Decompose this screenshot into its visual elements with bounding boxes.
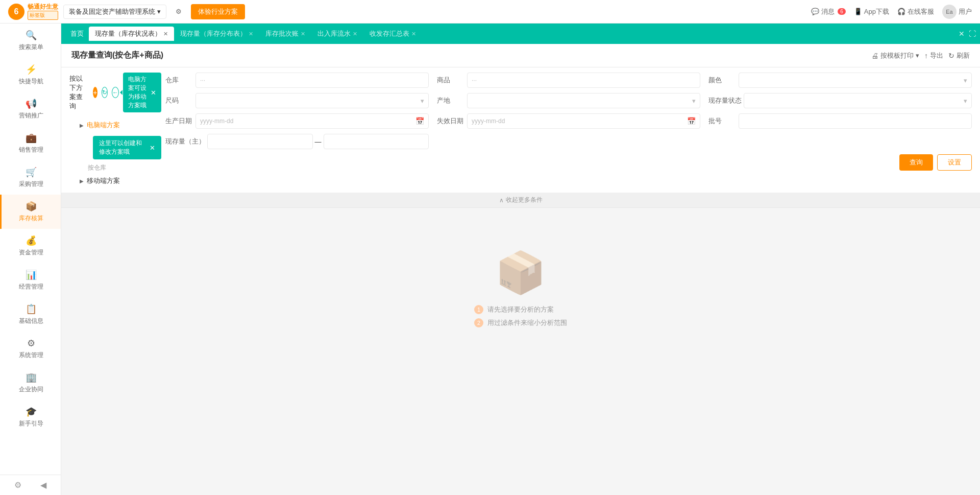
produce-date-input[interactable]: yyyy-mm-dd 📅 (195, 113, 429, 129)
color-select[interactable]: ▾ (739, 73, 972, 88)
collapse-label: 收起更多条件 (506, 196, 543, 204)
header-left: 6 畅通好生意 标签版 装备及固定资产辅助管理系统 ▾ ⚙ 体验行业方案 (8, 3, 245, 20)
tab-close-summary[interactable]: ✕ (411, 31, 416, 37)
sidebar-item-inventory[interactable]: 📦 库存核算 (0, 195, 61, 229)
filter-back-button[interactable]: ← (112, 87, 119, 98)
sidebar-item-search-menu[interactable]: 🔍 搜索菜单 (0, 23, 61, 58)
sidebar-item-label: 基础信息 (19, 317, 43, 325)
message-badge: 6 (838, 8, 846, 15)
sidebar-item-label: 资金管理 (19, 248, 43, 257)
filter-add-button[interactable]: + (93, 87, 97, 98)
content-area: 首页 现存量（库存状况表） ✕ 现存量（库存分布表） ✕ 库存批次账 ✕ 出入库… (61, 23, 980, 495)
expire-date-field: 失效日期 yyyy-mm-dd 📅 (437, 113, 700, 129)
scheme-tree: ▶ 电脑端方案 这里可以创建和修改方案哦 ✕ 按仓 (69, 119, 161, 187)
calendar-icon[interactable]: 📅 (415, 117, 424, 125)
origin-select[interactable]: ▾ (467, 93, 700, 108)
collapse-up-icon: ∧ (499, 197, 504, 204)
sidebar-item-system[interactable]: ⚙ 系统管理 (0, 332, 61, 366)
sidebar-item-basic[interactable]: 📋 基础信息 (0, 297, 61, 332)
sidebar-item-quick-nav[interactable]: ⚡ 快捷导航 (0, 58, 61, 92)
tooltip-close-button[interactable]: ✕ (151, 89, 156, 97)
sidebar-item-finance[interactable]: 💰 资金管理 (0, 229, 61, 263)
empty-tips: 1 请先选择要分析的方案 2 用过滤条件来缩小分析范围 (474, 305, 567, 327)
expire-date-placeholder: yyyy-mm-dd (472, 117, 505, 125)
sidebar-item-label: 库存核算 (19, 214, 43, 223)
tab-close-inout[interactable]: ✕ (353, 31, 357, 37)
tab-stock-dist[interactable]: 现存量（库存分布表） ✕ (174, 27, 259, 41)
online-service-action[interactable]: 🎧 在线客服 (897, 7, 934, 16)
size-select[interactable]: ▾ (195, 93, 429, 108)
scheme-node-pc[interactable]: ▶ 电脑端方案 (80, 119, 161, 132)
settings-button[interactable]: ⚙ (172, 5, 186, 19)
tab-close-batch[interactable]: ✕ (301, 31, 305, 37)
message-label: 消息 (821, 7, 835, 16)
filter-top: 按以下方案查询 + ↻ ← 电脑方案可设为移动方案哦 ✕ (61, 67, 980, 193)
logo-area: 6 畅通好生意 标签版 (8, 3, 58, 20)
tooltip-scheme-edit: 这里可以创建和修改方案哦 ✕ (93, 136, 161, 159)
scheme-node-mobile[interactable]: ▶ 移动端方案 (80, 174, 161, 187)
tab-batch[interactable]: 库存批次账 ✕ (259, 27, 311, 41)
user-action[interactable]: Ea 用户 (942, 5, 972, 19)
tab-home[interactable]: 首页 (65, 29, 89, 38)
sidebar-item-guide[interactable]: 🎓 新手引导 (0, 400, 61, 434)
sidebar-item-label: 采购管理 (19, 180, 43, 188)
purchase-icon: 🛒 (26, 167, 37, 178)
operations-icon: 📊 (26, 269, 37, 280)
sales-icon: 💼 (26, 132, 37, 144)
tab-inout[interactable]: 出入库流水 ✕ (311, 27, 363, 41)
size-field: 尺码 ▾ (165, 93, 429, 108)
tip-num-2: 2 (474, 318, 483, 327)
goods-input[interactable]: ··· (467, 73, 700, 88)
page-title-bar: 现存量查询(按仓库+商品) 🖨 按模板打印 ▾ ↑ 导出 ↻ 刷新 (61, 44, 980, 67)
search-button[interactable]: 查询 (899, 154, 933, 171)
refresh-button[interactable]: ↻ 刷新 (948, 51, 970, 60)
top-header: 6 畅通好生意 标签版 装备及固定资产辅助管理系统 ▾ ⚙ 体验行业方案 💬 消… (0, 0, 980, 23)
warehouse-input[interactable]: ··· (195, 73, 429, 88)
sidebar-item-marketing[interactable]: 📢 营销推广 (0, 92, 61, 126)
app-download-action[interactable]: 📱 App下载 (854, 7, 889, 16)
calendar-icon-2[interactable]: 📅 (687, 117, 696, 125)
sidebar-item-enterprise[interactable]: 🏢 企业协同 (0, 366, 61, 400)
batch-input[interactable] (739, 113, 972, 129)
stock-status-select[interactable]: ▾ (744, 93, 972, 108)
print-icon: 🖨 (871, 52, 878, 60)
sidebar-item-purchase[interactable]: 🛒 采购管理 (0, 160, 61, 195)
sidebar-settings-button[interactable]: ⚙ (14, 480, 21, 490)
expire-date-input[interactable]: yyyy-mm-dd 📅 (467, 113, 700, 129)
stock-amount-max-input[interactable] (324, 134, 429, 149)
print-label: 按模板打印 (880, 51, 914, 60)
trial-button[interactable]: 体验行业方案 (191, 4, 245, 19)
basic-icon: 📋 (26, 303, 37, 315)
export-label: 导出 (930, 51, 943, 60)
collapse-bar[interactable]: ∧ 收起更多条件 (61, 193, 980, 207)
service-icon: 🎧 (897, 8, 905, 15)
chevron-down-icon: ▾ (157, 8, 161, 15)
empty-tip-1: 1 请先选择要分析的方案 (474, 305, 567, 314)
tab-summary[interactable]: 收发存汇总表 ✕ (363, 27, 422, 41)
sidebar-item-label: 经营管理 (19, 282, 43, 291)
sidebar-item-operations[interactable]: 📊 经营管理 (0, 263, 61, 297)
system-select[interactable]: 装备及固定资产辅助管理系统 ▾ (63, 5, 166, 19)
tab-close-stock-status[interactable]: ✕ (163, 31, 168, 37)
setting-button[interactable]: 设置 (937, 154, 972, 171)
message-action[interactable]: 💬 消息 6 (811, 7, 846, 16)
export-button[interactable]: ↑ 导出 (924, 51, 943, 60)
sidebar-item-sales[interactable]: 💼 销售管理 (0, 126, 61, 160)
tab-close-all-button[interactable]: ✕ (959, 30, 965, 38)
tooltip2-close-button[interactable]: ✕ (150, 144, 155, 152)
avatar: Ea (942, 5, 957, 19)
filter-refresh-button[interactable]: ↻ (102, 87, 108, 98)
sidebar: 🔍 搜索菜单 ⚡ 快捷导航 📢 营销推广 💼 销售管理 🛒 采购管理 📦 库存核… (0, 23, 61, 495)
tab-close-stock-dist[interactable]: ✕ (249, 31, 253, 37)
print-template-button[interactable]: 🖨 按模板打印 ▾ (871, 51, 919, 60)
tab-fullscreen-button[interactable]: ⛶ (969, 30, 976, 38)
sidebar-collapse-button[interactable]: ◀ (40, 480, 46, 490)
stock-amount-min-input[interactable] (207, 134, 313, 149)
batch-field: 批号 (708, 113, 972, 129)
stock-status-label: 现存量状态 (708, 96, 742, 105)
page-title-actions: 🖨 按模板打印 ▾ ↑ 导出 ↻ 刷新 (871, 51, 970, 60)
logo-text: 畅通好生意 (28, 3, 58, 11)
export-icon: ↑ (924, 52, 928, 60)
chevron-down-icon: ▾ (692, 97, 696, 105)
tab-stock-status[interactable]: 现存量（库存状况表） ✕ (89, 27, 174, 41)
